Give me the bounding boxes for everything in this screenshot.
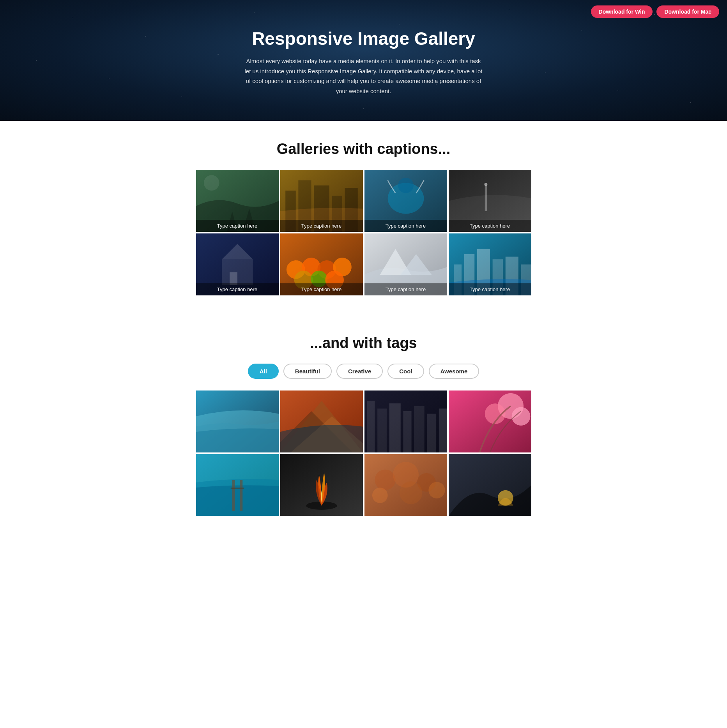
tags-gallery-item[interactable] [364,391,447,452]
caption-text: Type caption here [196,220,279,232]
caption-text: Type caption here [196,283,279,295]
svg-point-10 [398,177,414,193]
tags-gallery-item[interactable] [280,391,363,452]
svg-rect-39 [367,401,375,453]
svg-point-60 [372,488,387,503]
caption-text: Type caption here [364,220,447,232]
download-bar: Download for Win Download for Mac [591,5,719,18]
svg-point-62 [428,482,445,498]
svg-rect-45 [439,409,447,453]
caption-text: Type caption here [280,283,363,295]
caption-text: Type caption here [364,283,447,295]
svg-rect-43 [414,406,425,452]
tags-section-title: ...and with tags [8,334,719,352]
captions-section: Galleries with captions... Type caption … [0,121,727,315]
svg-rect-53 [230,488,244,489]
captions-section-title: Galleries with captions... [8,140,719,158]
caption-text: Type caption here [280,220,363,232]
captions-gallery-grid: Type caption here Type caption here [188,170,539,295]
caption-gallery-item[interactable]: Type caption here [280,170,363,232]
caption-gallery-item[interactable]: Type caption here [449,170,531,232]
download-win-button[interactable]: Download for Win [591,5,653,18]
tag-filter-button[interactable]: Awesome [429,364,479,379]
hero-content: Responsive Image Gallery Almost every we… [243,29,485,96]
svg-rect-52 [240,480,242,511]
tags-gallery-item[interactable] [364,454,447,516]
tag-filter-button[interactable]: All [248,364,279,379]
svg-point-1 [203,175,219,191]
svg-rect-40 [377,409,387,453]
svg-point-13 [484,183,487,186]
tags-gallery-grid [188,391,539,516]
svg-rect-44 [427,414,436,452]
caption-gallery-item[interactable]: Type caption here [280,233,363,295]
hero-title: Responsive Image Gallery [243,29,485,49]
tags-section: ...and with tags AllBeautifulCreativeCoo… [0,315,727,524]
hero-section: Download for Win Download for Mac Respon… [0,0,727,121]
tags-gallery-item[interactable] [449,391,531,452]
hero-description: Almost every website today have a media … [243,56,485,96]
tags-gallery-item[interactable] [280,454,363,516]
tag-filter-button[interactable]: Beautiful [283,364,332,379]
tags-gallery-item[interactable] [196,454,279,516]
caption-text: Type caption here [449,283,531,295]
caption-text: Type caption here [449,220,531,232]
svg-rect-12 [485,185,486,211]
svg-point-61 [400,481,422,504]
download-mac-button[interactable]: Download for Mac [656,5,719,18]
svg-rect-42 [403,411,411,452]
svg-point-57 [375,470,395,490]
svg-rect-41 [389,403,400,452]
tags-gallery-item[interactable] [196,391,279,452]
caption-gallery-item[interactable]: Type caption here [196,233,279,295]
tags-filter-row: AllBeautifulCreativeCoolAwesome [8,364,719,379]
tag-filter-button[interactable]: Cool [387,364,424,379]
caption-gallery-item[interactable]: Type caption here [364,233,447,295]
svg-rect-51 [232,480,235,511]
tag-filter-button[interactable]: Creative [336,364,383,379]
tags-gallery-item[interactable] [449,454,531,516]
caption-gallery-item[interactable]: Type caption here [364,170,447,232]
caption-gallery-item[interactable]: Type caption here [449,233,531,295]
caption-gallery-item[interactable]: Type caption here [196,170,279,232]
